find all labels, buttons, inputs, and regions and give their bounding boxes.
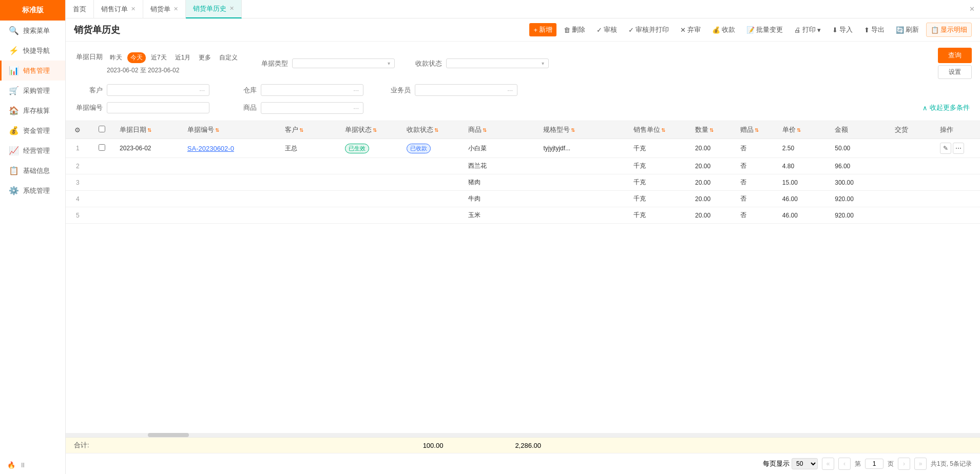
sidebar-bottom[interactable]: 🔥 ⏸ [0, 456, 65, 474]
tab-sales-goods[interactable]: 销货单 ✕ [143, 0, 186, 18]
warehouse-text-input[interactable] [265, 87, 353, 94]
doc-num-text-input[interactable] [111, 104, 205, 111]
th-spec-sort[interactable]: 规格型号 ⇅ [543, 125, 623, 134]
sidebar-item-purchase[interactable]: 🛒 采购管理 [0, 81, 65, 101]
th-price-sort[interactable]: 单价 ⇅ [782, 125, 824, 134]
tab-home[interactable]: 首页 [66, 0, 94, 18]
row-checkbox-cell[interactable] [90, 174, 114, 191]
th-unit[interactable]: 销售单位 ⇅ [628, 121, 690, 139]
salesperson-input[interactable]: ··· [415, 84, 517, 96]
th-status[interactable]: 单据状态 ⇅ [340, 121, 401, 139]
pay-status-select[interactable]: ▾ [446, 58, 549, 68]
query-button[interactable]: 查询 [938, 48, 972, 63]
tab-sales-history-close[interactable]: ✕ [229, 5, 234, 12]
th-status-sort[interactable]: 单据状态 ⇅ [345, 125, 396, 134]
th-unit-sort[interactable]: 销售单位 ⇅ [633, 125, 685, 134]
row-checkbox-cell[interactable] [90, 139, 114, 158]
last-page-button[interactable]: » [914, 458, 927, 470]
audit-print-button[interactable]: ✓ 审核并打印 [624, 23, 673, 36]
customer-dots-icon[interactable]: ··· [199, 86, 205, 94]
abandon-button[interactable]: ✕ 弃审 [676, 23, 705, 36]
set-button[interactable]: 设置 [938, 65, 972, 79]
month-btn[interactable]: 近1月 [172, 52, 194, 63]
goods-input[interactable]: ··· [261, 102, 363, 114]
th-date-sort[interactable]: 单据日期 ⇅ [120, 125, 177, 134]
sidebar-item-inventory[interactable]: 🏠 库存核算 [0, 101, 65, 121]
row-checkbox-cell[interactable] [90, 207, 114, 224]
next-page-button[interactable]: › [898, 458, 910, 470]
salesperson-text-input[interactable] [419, 87, 507, 94]
sidebar-item-operation[interactable]: 📈 经营管理 [0, 141, 65, 161]
salesperson-dots-icon[interactable]: ··· [507, 86, 513, 94]
goods-text-input[interactable] [265, 104, 353, 111]
more-op-button[interactable]: ⋯ [953, 143, 964, 154]
custom-date-btn[interactable]: 自定义 [216, 52, 241, 63]
th-qty[interactable]: 数量 ⇅ [690, 121, 735, 139]
doc-num-link[interactable]: SA-20230602-0 [187, 145, 234, 152]
collapse-button[interactable]: ∧ 收起更多条件 [920, 101, 972, 114]
customer-input[interactable]: ··· [107, 84, 209, 96]
refresh-button[interactable]: 🔄 刷新 [892, 23, 923, 36]
warehouse-dots-icon[interactable]: ··· [353, 86, 359, 94]
warehouse-input[interactable]: ··· [261, 84, 363, 96]
more-date-btn[interactable]: 更多 [196, 52, 214, 63]
select-all-checkbox[interactable] [99, 126, 105, 132]
th-num[interactable]: 单据编号 ⇅ [182, 121, 280, 139]
tab-sales-order-close[interactable]: ✕ [131, 6, 136, 12]
th-price[interactable]: 单价 ⇅ [777, 121, 830, 139]
cell-op[interactable] [935, 207, 980, 224]
tab-sales-history[interactable]: 销货单历史 ✕ [186, 0, 242, 18]
cell-op[interactable] [935, 191, 980, 207]
cell-doc-num[interactable] [182, 158, 280, 174]
tab-bar-close[interactable]: ✕ [964, 5, 980, 13]
cell-op[interactable] [935, 174, 980, 191]
prev-page-button[interactable]: ‹ [838, 458, 851, 470]
show-detail-button[interactable]: 📋 显示明细 [926, 23, 972, 37]
doc-type-select[interactable]: ▾ [292, 58, 395, 68]
th-pay-status[interactable]: 收款状态 ⇅ [401, 121, 463, 139]
th-num-sort[interactable]: 单据编号 ⇅ [187, 125, 275, 134]
print-button[interactable]: 🖨 打印 ▾ [790, 23, 825, 36]
th-goods-sort[interactable]: 商品 ⇅ [468, 125, 533, 134]
checkbox-col-header[interactable] [90, 121, 114, 139]
sidebar-item-search[interactable]: 🔍 搜索菜单 [0, 21, 65, 41]
audit-button[interactable]: ✓ 审核 [592, 23, 621, 36]
scrollbar-thumb[interactable] [148, 433, 189, 437]
first-page-button[interactable]: « [822, 458, 834, 470]
tab-sales-goods-close[interactable]: ✕ [174, 6, 178, 12]
table-wrapper[interactable]: ⚙ 单据日期 ⇅ 单据编号 [66, 121, 980, 433]
cell-doc-num[interactable] [182, 191, 280, 207]
sidebar-item-shortcut[interactable]: ⚡ 快捷导航 [0, 41, 65, 61]
yesterday-btn[interactable]: 昨天 [107, 52, 125, 63]
th-customer-sort[interactable]: 客户 ⇅ [285, 125, 335, 134]
horizontal-scrollbar[interactable] [66, 433, 980, 437]
week-btn[interactable]: 近7天 [148, 52, 170, 63]
cell-doc-num[interactable] [182, 207, 280, 224]
today-btn[interactable]: 今天 [127, 52, 146, 63]
th-goods[interactable]: 商品 ⇅ [463, 121, 538, 139]
sidebar-item-system[interactable]: ⚙️ 系统管理 [0, 181, 65, 201]
th-pay-sort[interactable]: 收款状态 ⇅ [407, 125, 458, 134]
delete-button[interactable]: 🗑 删除 [560, 23, 589, 36]
cell-doc-num[interactable] [182, 174, 280, 191]
row-checkbox[interactable] [99, 144, 105, 151]
cell-op[interactable]: ✎ ⋯ [935, 139, 980, 158]
goods-dots-icon[interactable]: ··· [353, 104, 359, 112]
import-button[interactable]: ⬇ 导入 [828, 23, 857, 36]
th-qty-sort[interactable]: 数量 ⇅ [695, 125, 730, 134]
customer-text-input[interactable] [111, 87, 199, 94]
per-page-select[interactable]: 50 100 200 [792, 458, 818, 469]
edit-op-button[interactable]: ✎ [940, 143, 951, 154]
settings-col-header[interactable]: ⚙ [66, 121, 90, 139]
th-gift-sort[interactable]: 赠品 ⇅ [740, 125, 772, 134]
cell-doc-num[interactable]: SA-20230602-0 [182, 139, 280, 158]
export-button[interactable]: ⬆ 导出 [860, 23, 889, 36]
sidebar-item-basic[interactable]: 📋 基础信息 [0, 161, 65, 181]
doc-num-input[interactable] [107, 102, 209, 113]
receive-button[interactable]: 💰 收款 [708, 23, 739, 36]
th-gift[interactable]: 赠品 ⇅ [735, 121, 777, 139]
new-button[interactable]: + 新增 [529, 23, 556, 36]
table-settings-icon[interactable]: ⚙ [74, 126, 81, 134]
th-customer[interactable]: 客户 ⇅ [280, 121, 340, 139]
batch-button[interactable]: 📝 批量变更 [742, 23, 787, 36]
